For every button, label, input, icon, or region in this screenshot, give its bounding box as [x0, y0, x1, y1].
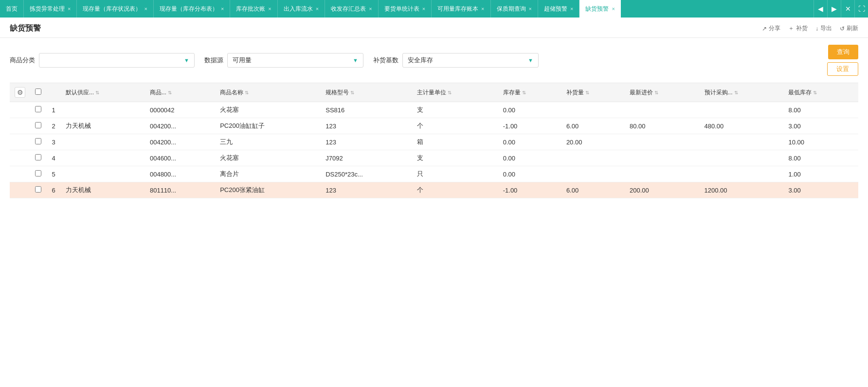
replenish-button[interactable]: ＋ 补货: [788, 24, 808, 33]
tab-requisition-stat-label: 要货单统计表: [384, 5, 419, 13]
row-latest-price: [625, 166, 699, 182]
tab-inventory-status[interactable]: 现存量（库存状况表） ×: [77, 0, 153, 18]
refresh-button[interactable]: ↺ 刷新: [840, 24, 858, 33]
query-button[interactable]: 查询: [828, 45, 858, 59]
tab-inventory-status-close[interactable]: ×: [144, 6, 147, 12]
tab-requisition-stat-close[interactable]: ×: [422, 6, 425, 12]
share-label: 分享: [769, 24, 780, 33]
row-goods-name: PC200油缸缸子: [215, 118, 321, 134]
row-goods-code: 0000042: [145, 102, 215, 118]
col-est-purchase[interactable]: 预计采购... ⇅: [700, 83, 784, 102]
tab-inout-flow[interactable]: 出入库流水 ×: [278, 0, 325, 18]
filter-bar: 商品分类 ▼ 数据源 可用量 ▼ 补货基数 安全库存 ▼ 查询 设置: [0, 38, 868, 83]
row-unit: 箱: [412, 134, 498, 150]
row-est-purchase: [700, 134, 784, 150]
tab-home[interactable]: 首页: [0, 0, 24, 18]
col-checkbox-header: [30, 83, 46, 102]
row-replenish-qty: 6.00: [561, 182, 625, 198]
tab-inventory-dist-close[interactable]: ×: [221, 6, 224, 12]
col-est-purchase-label: 预计采购...: [705, 88, 733, 97]
page-content: 缺货预警 ↗ 分享 ＋ 补货 ↓ 导出 ↺ 刷新 商品分类: [0, 18, 868, 387]
row-supplier: [61, 134, 145, 150]
row-latest-price: 80.00: [625, 118, 699, 134]
tab-batch-account[interactable]: 库存批次账 ×: [230, 0, 277, 18]
tab-prev-btn[interactable]: ◀: [814, 0, 827, 18]
tab-receive-summary[interactable]: 收发存汇总表 ×: [325, 0, 378, 18]
row-unit: 个: [412, 182, 498, 198]
row-checkbox[interactable]: [35, 106, 41, 112]
tab-available-ledger-close[interactable]: ×: [481, 6, 484, 12]
share-button[interactable]: ↗ 分享: [762, 24, 780, 33]
row-checkbox[interactable]: [35, 186, 41, 193]
replenish-base-select[interactable]: 安全库存 ▼: [402, 53, 539, 68]
select-all-checkbox[interactable]: [35, 88, 41, 95]
tab-available-ledger[interactable]: 可用量库存账本 ×: [432, 0, 490, 18]
category-label: 商品分类: [10, 56, 35, 65]
page-title: 缺货预警: [10, 23, 41, 34]
col-goods-code[interactable]: 商品... ⇅: [145, 83, 215, 102]
row-spec: 123: [321, 134, 412, 150]
row-min-stock: 3.00: [783, 118, 858, 134]
row-supplier: [61, 102, 145, 118]
category-select[interactable]: ▼: [39, 53, 195, 68]
tab-close-btn[interactable]: ✕: [841, 0, 854, 18]
tab-next-btn[interactable]: ▶: [827, 0, 841, 18]
row-settings-cell: [10, 102, 30, 118]
tab-expand-btn[interactable]: ⛶: [854, 0, 868, 18]
col-replenish-qty[interactable]: 补货量 ⇅: [561, 83, 625, 102]
row-goods-code: 004200...: [145, 118, 215, 134]
col-num: [46, 83, 61, 102]
tab-overstock[interactable]: 超储预警 ×: [538, 0, 579, 18]
row-replenish-qty: 6.00: [561, 118, 625, 134]
table-row: 5 004800... 离合片 DS250*23c... 只 0.00 1.00: [10, 166, 858, 182]
refresh-label: 刷新: [847, 24, 858, 33]
row-checkbox[interactable]: [35, 154, 41, 160]
row-checkbox[interactable]: [35, 170, 41, 176]
tab-requisition-stat[interactable]: 要货单统计表 ×: [379, 0, 432, 18]
tab-inventory-dist[interactable]: 现存量（库存分布表） ×: [154, 0, 230, 18]
tab-exception[interactable]: 拣货异常处理 ×: [24, 0, 77, 18]
tab-receive-summary-close[interactable]: ×: [369, 6, 372, 12]
row-stock: 0.00: [498, 150, 561, 166]
row-unit: 个: [412, 118, 498, 134]
table-row: 1 0000042 火花塞 SS816 支 0.00 8.00: [10, 102, 858, 118]
export-icon: ↓: [815, 25, 818, 32]
tab-batch-account-close[interactable]: ×: [268, 6, 271, 12]
col-supplier[interactable]: 默认供应... ⇅: [61, 83, 145, 102]
datasource-select[interactable]: 可用量 ▼: [227, 53, 363, 68]
export-label: 导出: [820, 24, 832, 33]
page-header: 缺货预警 ↗ 分享 ＋ 补货 ↓ 导出 ↺ 刷新: [0, 18, 868, 38]
replenish-icon: ＋: [788, 24, 794, 33]
row-min-stock: 1.00: [783, 166, 858, 182]
row-est-purchase: [700, 102, 784, 118]
col-latest-price[interactable]: 最新进价 ⇅: [625, 83, 699, 102]
row-replenish-qty: 20.00: [561, 134, 625, 150]
row-stock: 0.00: [498, 102, 561, 118]
row-latest-price: 200.00: [625, 182, 699, 198]
tab-overstock-close[interactable]: ×: [570, 6, 573, 12]
col-stock-label: 库存量: [503, 88, 521, 97]
row-checkbox[interactable]: [35, 138, 41, 144]
tab-shortage[interactable]: 缺货预警 ×: [579, 0, 620, 18]
table-header-row: ⚙ 默认供应... ⇅ 商品...: [10, 83, 858, 102]
row-est-purchase: [700, 166, 784, 182]
tab-exception-close[interactable]: ×: [68, 6, 71, 12]
col-spec[interactable]: 规格型号 ⇅: [321, 83, 412, 102]
row-checkbox-cell: [30, 118, 46, 134]
replenish-base-filter-group: 补货基数 安全库存 ▼: [373, 53, 539, 68]
row-checkbox-cell: [30, 166, 46, 182]
row-goods-code: 801110...: [145, 182, 215, 198]
tab-expiry-query-close[interactable]: ×: [529, 6, 532, 12]
col-goods-name[interactable]: 商品名称 ⇅: [215, 83, 321, 102]
settings-button[interactable]: 设置: [827, 62, 858, 76]
col-unit[interactable]: 主计量单位 ⇅: [412, 83, 498, 102]
tab-shortage-close[interactable]: ×: [612, 6, 615, 12]
table-settings-icon[interactable]: ⚙: [15, 87, 25, 98]
export-button[interactable]: ↓ 导出: [815, 24, 832, 33]
col-min-stock-sort-icon: ⇅: [813, 90, 817, 95]
col-stock[interactable]: 库存量 ⇅: [498, 83, 561, 102]
tab-expiry-query[interactable]: 保质期查询 ×: [491, 0, 538, 18]
col-min-stock[interactable]: 最低库存 ⇅: [783, 83, 858, 102]
tab-inout-flow-close[interactable]: ×: [316, 6, 319, 12]
row-checkbox[interactable]: [35, 122, 41, 128]
